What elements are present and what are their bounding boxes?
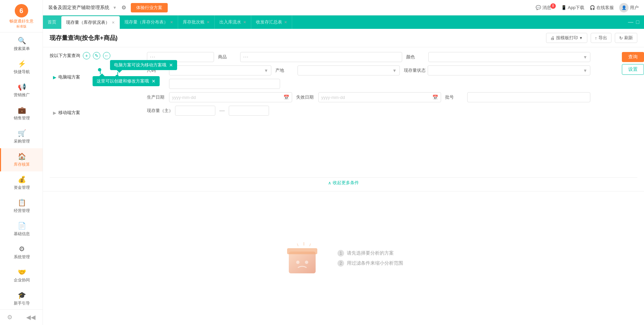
collapse-row[interactable]: ∧ 收起更多条件 — [50, 177, 637, 188]
export-btn[interactable]: ↑ 导出 — [591, 33, 612, 43]
sidebar-item-inventory[interactable]: 🏠 库存核算 — [0, 148, 43, 171]
settings-query-btn[interactable]: 设置 — [622, 64, 644, 75]
tab-in-out-flow[interactable]: 出入库流水 ✕ — [215, 15, 251, 29]
basicinfo-icon: 📄 — [18, 222, 26, 230]
tab-batch-ledger[interactable]: 库存批次账 ✕ — [178, 15, 215, 29]
tab-home-label: 首页 — [48, 19, 56, 25]
query-btn[interactable]: 查询 — [622, 52, 644, 62]
tab-stock-status[interactable]: 现存量（库存状况表） ✕ — [61, 16, 120, 29]
stock-status-select[interactable]: ▼ — [428, 65, 590, 75]
filter-arrow-btn[interactable]: ← — [103, 52, 110, 59]
goods-input[interactable]: ··· — [240, 52, 402, 62]
color-label: 颜色 — [406, 54, 426, 60]
filter-row-4: 生产日期 yyyy-mm-dd 📅 失效日期 yyyy-mm-dd 📅 — [147, 92, 617, 102]
tab-actions: — □ — [623, 19, 644, 25]
tab-home[interactable]: 首页 — [43, 15, 61, 29]
prod-date-placeholder: yyyy-mm-dd — [172, 95, 196, 100]
finance-icon: 💰 — [18, 175, 26, 183]
tab-in-out-flow-close[interactable]: ✕ — [243, 20, 246, 24]
expire-date-placeholder: yyyy-mm-dd — [321, 95, 345, 100]
sidebar-item-system[interactable]: ⚙ 系统管理 — [0, 241, 43, 264]
tab-stock-status-close[interactable]: ✕ — [112, 20, 115, 25]
filter-field-color: 颜色 ▼ — [406, 52, 590, 62]
batch-input[interactable] — [467, 92, 590, 102]
expire-date-input[interactable]: yyyy-mm-dd 📅 — [318, 92, 441, 102]
user-label: 用户 — [630, 5, 639, 11]
empty-hint-1: 1 请先选择要分析的方案 — [337, 250, 403, 257]
tabbar: 首页 现存量（库存状况表） ✕ 现存量（库存分布表） ✕ 库存批次账 ✕ 出入库… — [43, 15, 644, 29]
refresh-label: 刷新 — [624, 35, 633, 41]
sidebar-item-finance[interactable]: 💰 资金管理 — [0, 171, 43, 195]
tab-batch-ledger-close[interactable]: ✕ — [207, 20, 210, 24]
page-header-actions: 🖨 按模板打印 ▼ ↑ 导出 ↻ 刷新 — [546, 33, 637, 47]
svg-rect-0 — [289, 252, 316, 273]
tab-recv-send-label: 收发存汇总表 — [256, 19, 282, 25]
sidebar-item-label: 库存核算 — [14, 162, 30, 167]
sidebar-item-enterprise[interactable]: 🤝 企业协同 — [0, 264, 43, 287]
sidebar-item-operations[interactable]: 📋 经营管理 — [0, 195, 43, 218]
range-separator: — — [217, 108, 227, 114]
sidebar-logo: 6 畅捷通好生意 标准版 — [0, 0, 43, 33]
tooltip1-close[interactable]: ✕ — [169, 62, 173, 68]
empty-hints: 1 请先选择要分析的方案 2 用过滤条件来缩小分析范围 — [337, 250, 403, 267]
tooltip-create-scheme: 这里可以创建和修改方案哦 ✕ — [93, 76, 160, 86]
user-item[interactable]: 👤 用户 — [619, 3, 639, 12]
tab-batch-ledger-label: 库存批次账 — [183, 19, 205, 25]
filter-field-expire-date: 失效日期 yyyy-mm-dd 📅 — [296, 92, 441, 102]
topbar: 装备及固定资产辅助管理系统 ▼ ⚙ 体验行业方案 💬 消息 8 📱 App下载 … — [43, 0, 644, 15]
sidebar-menu: 🔍 搜索菜单 ⚡ 快捷导航 📢 营销推广 💼 销售管理 🛒 采购管理 🏠 库存核… — [0, 33, 43, 309]
marketing-icon: 📢 — [18, 83, 26, 91]
sidebar-item-sales[interactable]: 💼 销售管理 — [0, 102, 43, 125]
tooltip2-close[interactable]: ✕ — [152, 78, 156, 84]
notification-item[interactable]: 💬 消息 8 — [536, 5, 556, 11]
tab-recv-send-close[interactable]: ✕ — [284, 20, 287, 24]
filter-row-2: 尺码 ▼ 产地 ▼ 现存量状态 — [147, 65, 617, 75]
expire-date-label: 失效日期 — [296, 94, 316, 100]
tab-recv-send[interactable]: 收发存汇总表 ✕ — [251, 15, 292, 29]
tab-stock-dist-close[interactable]: ✕ — [170, 20, 173, 24]
industry-solution-btn[interactable]: 体验行业方案 — [131, 3, 168, 12]
tab-stock-dist[interactable]: 现存量（库存分布表） ✕ — [120, 15, 178, 29]
size-select[interactable]: ▼ — [169, 65, 271, 75]
sidebar-item-newguide[interactable]: 🎓 新手引导 — [0, 287, 43, 309]
hint-num-1: 1 — [337, 250, 344, 257]
sidebar-item-purchase[interactable]: 🛒 采购管理 — [0, 125, 43, 148]
sidebar-item-label: 销售管理 — [14, 115, 30, 121]
sidebar-item-marketing[interactable]: 📢 营销推广 — [0, 79, 43, 102]
service-icon: 🎧 — [590, 5, 595, 10]
sidebar-collapse-btn[interactable]: ◀◀ — [26, 314, 36, 321]
filter-edit-btn[interactable]: ✎ — [93, 52, 100, 59]
stock-qty-to[interactable] — [229, 106, 269, 116]
hint-text-2: 用过滤条件来缩小分析范围 — [347, 260, 403, 266]
online-service-item[interactable]: 🎧 在线客服 — [590, 5, 614, 11]
stock-qty-from[interactable] — [175, 106, 215, 116]
app-logo-icon: 6 — [15, 4, 28, 17]
sidebar-item-label: 企业协同 — [14, 277, 30, 283]
chevron-up-icon: ∧ — [328, 180, 331, 185]
filter-field-stock-qty: 现存量（主） — — [147, 106, 324, 116]
color-select[interactable]: ▼ — [428, 52, 590, 62]
refresh-btn[interactable]: ↻ 刷新 — [615, 33, 637, 43]
tab-collapse-btn[interactable]: — — [627, 19, 635, 25]
app-logo-title: 畅捷通好生意 — [9, 19, 34, 24]
empty-svg — [284, 238, 324, 278]
sidebar-item-label: 资金管理 — [14, 185, 30, 191]
tab-expand-btn[interactable]: □ — [635, 19, 641, 25]
print-btn[interactable]: 🖨 按模板打印 ▼ — [546, 33, 587, 43]
calendar-icon-2: 📅 — [432, 95, 438, 100]
system-selector-chevron[interactable]: ▼ — [113, 5, 117, 10]
sidebar-item-quicknav[interactable]: ⚡ 快捷导航 — [0, 56, 43, 79]
app-download-item[interactable]: 📱 App下载 — [561, 5, 584, 11]
sidebar-item-search[interactable]: 🔍 搜索菜单 — [0, 33, 43, 56]
prod-date-input[interactable]: yyyy-mm-dd 📅 — [169, 92, 292, 102]
sidebar-settings-btn[interactable]: ⚙ — [7, 314, 12, 321]
hint-num-2: 2 — [337, 260, 344, 267]
svg-line-5 — [297, 243, 298, 246]
collapse-label: 收起更多条件 — [333, 180, 359, 186]
filter-add-btn[interactable]: + — [83, 52, 90, 59]
gear-icon[interactable]: ⚙ — [121, 4, 126, 11]
page-header: 现存量查询(按仓库+商品) 🖨 按模板打印 ▼ ↑ 导出 ↻ 刷新 — [43, 29, 644, 47]
origin-select[interactable]: ▼ — [298, 65, 400, 75]
sidebar-item-basicinfo[interactable]: 📄 基础信息 — [0, 218, 43, 241]
warehouse-select[interactable] — [169, 79, 280, 89]
